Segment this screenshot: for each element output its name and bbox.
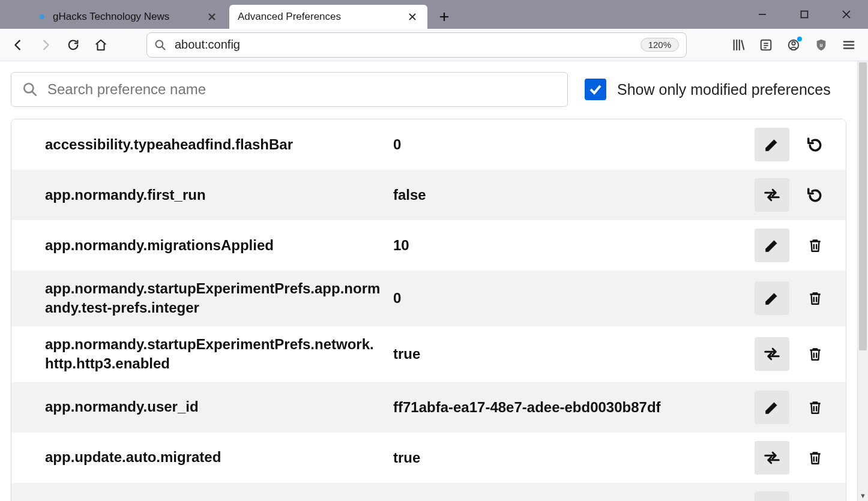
delete-button[interactable]: [798, 229, 833, 262]
svg-rect-1: [801, 11, 808, 18]
about-config-page: Show only modified preferences accessibi…: [0, 61, 857, 501]
pref-value: true: [393, 449, 743, 466]
reset-icon: [806, 186, 824, 204]
pref-actions: [755, 128, 833, 161]
pref-name: app.normandy.migrationsApplied: [45, 236, 381, 255]
ublock-button[interactable]: u: [810, 34, 832, 56]
titlebar: gHacks Technology News Advanced Preferen…: [0, 0, 868, 29]
pref-search-box[interactable]: [11, 72, 568, 107]
search-icon: [154, 39, 166, 51]
show-modified-toggle[interactable]: Show only modified preferences: [585, 79, 831, 100]
reset-icon: [806, 136, 824, 154]
toggle-icon: [763, 345, 781, 363]
window-minimize-button[interactable]: [741, 0, 783, 29]
pref-value: 0: [393, 136, 743, 153]
edit-icon: [764, 136, 780, 153]
delete-icon: [807, 450, 823, 466]
delete-icon: [807, 346, 823, 362]
search-icon: [22, 82, 38, 97]
pref-actions: [755, 391, 833, 424]
pref-name: app.update.download.attempts: [45, 498, 381, 501]
delete-button[interactable]: [798, 441, 833, 475]
library-button[interactable]: [728, 34, 749, 56]
edit-button[interactable]: [755, 391, 789, 424]
navigation-toolbar: 120% u: [0, 29, 868, 61]
pref-row: app.update.auto.migratedtrue: [11, 433, 846, 483]
pref-value: false: [393, 187, 743, 203]
pref-value: true: [393, 346, 743, 362]
pref-row: app.normandy.user_idff71abfa-ea17-48e7-a…: [11, 382, 846, 433]
tab-title: gHacks Technology News: [53, 11, 199, 23]
toggle-button[interactable]: [755, 337, 789, 371]
scroll-down-icon: ▼: [858, 490, 868, 501]
zoom-level-badge[interactable]: 120%: [640, 38, 679, 52]
delete-button[interactable]: [798, 337, 833, 371]
forward-button[interactable]: [34, 33, 58, 57]
pref-name: app.normandy.startupExperimentPrefs.app.…: [45, 279, 381, 318]
tab-advanced-preferences[interactable]: Advanced Preferences: [229, 5, 427, 29]
toggle-button[interactable]: [755, 178, 789, 212]
pref-row: app.normandy.startupExperimentPrefs.app.…: [11, 271, 846, 326]
account-button[interactable]: [783, 34, 804, 56]
svg-point-0: [40, 14, 44, 19]
window-maximize-button[interactable]: [783, 0, 825, 29]
toggle-button[interactable]: [755, 441, 789, 475]
edit-button[interactable]: [755, 491, 789, 501]
reset-button[interactable]: [798, 128, 833, 161]
pref-value: ff71abfa-ea17-48e7-adee-ebd0030b87df: [393, 399, 743, 416]
url-input[interactable]: [175, 38, 632, 52]
app-menu-button[interactable]: [838, 34, 860, 56]
home-button[interactable]: [89, 33, 113, 57]
delete-icon: [807, 400, 823, 415]
tab-strip: gHacks Technology News Advanced Preferen…: [29, 0, 455, 29]
tab-favicon-dot-icon: [37, 12, 47, 22]
checkbox-checked-icon: [585, 79, 606, 100]
window-close-button[interactable]: [825, 0, 867, 29]
notification-dot-icon: [797, 37, 802, 41]
edit-icon: [764, 399, 780, 416]
search-row: Show only modified preferences: [11, 72, 846, 107]
tab-ghacks[interactable]: gHacks Technology News: [29, 5, 227, 29]
pref-value: 0: [393, 290, 743, 307]
svg-text:u: u: [819, 42, 822, 47]
pref-actions: [755, 441, 833, 475]
reset-button[interactable]: [798, 178, 833, 212]
window-controls: [741, 0, 867, 29]
preferences-table: accessibility.typeaheadfind.flashBar0app…: [11, 119, 846, 501]
pref-actions: [755, 229, 833, 262]
pref-actions: [755, 281, 833, 315]
url-bar[interactable]: 120%: [146, 32, 687, 58]
show-modified-label: Show only modified preferences: [617, 81, 831, 98]
reader-view-button[interactable]: [755, 34, 777, 56]
delete-button[interactable]: [798, 391, 833, 424]
pref-row: app.normandy.first_runfalse: [11, 170, 846, 220]
delete-icon: [807, 238, 823, 253]
svg-point-5: [792, 41, 795, 45]
delete-button[interactable]: [798, 281, 833, 315]
pref-row: app.normandy.migrationsApplied10: [11, 220, 846, 271]
new-tab-button[interactable]: [433, 6, 455, 28]
edit-button[interactable]: [755, 281, 789, 315]
tab-close-button[interactable]: [406, 10, 419, 23]
back-button[interactable]: [6, 33, 30, 57]
edit-button[interactable]: [755, 229, 789, 262]
tab-title: Advanced Preferences: [238, 11, 400, 23]
pref-value: 10: [393, 237, 743, 254]
pref-name: app.normandy.startupExperimentPrefs.netw…: [45, 335, 381, 374]
pref-row: accessibility.typeaheadfind.flashBar0: [11, 119, 846, 170]
delete-button[interactable]: [798, 491, 833, 501]
pref-name: accessibility.typeaheadfind.flashBar: [45, 135, 381, 154]
tab-close-button[interactable]: [205, 10, 219, 23]
pref-row: app.normandy.startupExperimentPrefs.netw…: [11, 326, 846, 382]
edit-button[interactable]: [755, 128, 789, 161]
pref-name: app.update.auto.migrated: [45, 448, 381, 467]
pref-actions: [755, 337, 833, 371]
toolbar-extensions: u: [728, 34, 862, 56]
reload-button[interactable]: [61, 33, 85, 57]
edit-icon: [764, 237, 780, 254]
pref-name: app.normandy.first_run: [45, 185, 381, 205]
vertical-scrollbar[interactable]: ▲ ▼: [857, 61, 868, 501]
pref-search-input[interactable]: [47, 81, 556, 98]
toggle-icon: [763, 449, 781, 467]
scrollbar-thumb[interactable]: [859, 62, 867, 350]
